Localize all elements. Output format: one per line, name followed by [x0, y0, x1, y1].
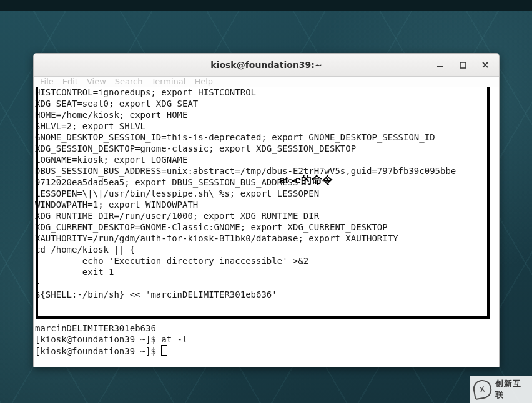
menu-view[interactable]: View: [87, 77, 106, 86]
menu-terminal[interactable]: Terminal: [151, 77, 185, 86]
terminal-viewport[interactable]: HISTCONTROL=ignoredups; export HISTCONTR…: [34, 87, 499, 367]
window-title: kiosk@foundation39:~: [210, 60, 322, 70]
terminal-cursor: [161, 345, 167, 356]
terminal-output: HISTCONTROL=ignoredups; export HISTCONTR…: [35, 87, 456, 357]
svg-rect-1: [460, 62, 466, 68]
window-controls: [434, 54, 495, 76]
watermark-brand: 创新互联: [495, 378, 528, 401]
minimize-button[interactable]: [434, 59, 446, 71]
watermark: X 创新互联: [470, 376, 532, 403]
menu-search[interactable]: Search: [115, 77, 143, 86]
window-titlebar[interactable]: kiosk@foundation39:~: [34, 54, 499, 77]
maximize-button[interactable]: [456, 59, 469, 71]
svg-rect-0: [437, 66, 443, 67]
terminal-window: kiosk@foundation39:~ File Edit View Sear…: [33, 53, 500, 367]
terminal-menubar: File Edit View Search Terminal Help: [34, 75, 499, 87]
menu-file[interactable]: File: [40, 77, 54, 86]
gnome-topbar: [0, 0, 532, 11]
close-button[interactable]: [479, 59, 491, 71]
watermark-logo-icon: X: [472, 379, 493, 401]
menu-edit[interactable]: Edit: [62, 77, 78, 86]
menu-help[interactable]: Help: [194, 77, 213, 86]
